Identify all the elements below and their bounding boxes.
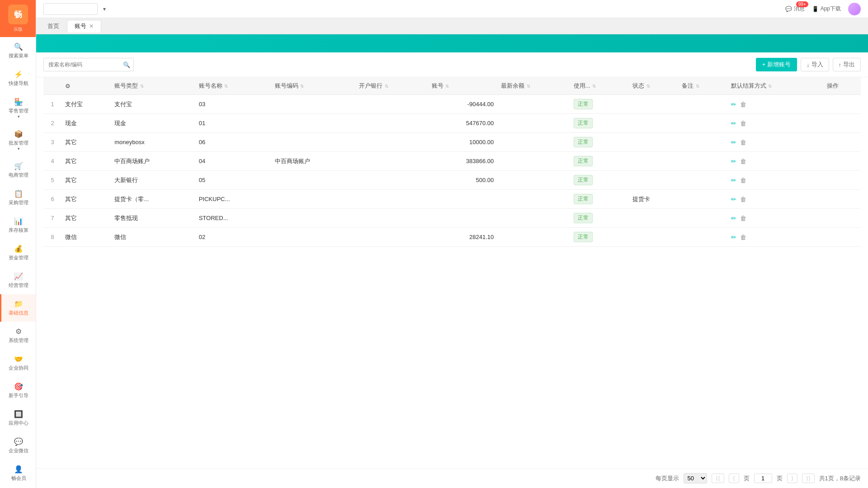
topbar-search-input[interactable] [43, 3, 98, 15]
account-search-input[interactable] [43, 58, 134, 71]
export-button[interactable]: ↑ 导出 [833, 58, 861, 71]
table-row: 2 现金 现金 01 547670.00 正常 ✏ 🗑 [43, 114, 861, 133]
action-btns-1: ✏ 🗑 [731, 120, 820, 127]
col-label-latest_balance: 最新余额 [501, 82, 524, 89]
cell-account-code-6: STORED... [195, 209, 271, 228]
next-page-button[interactable]: ⟩ [787, 474, 797, 483]
col-header-usage[interactable]: 使用... ⇅ [570, 77, 629, 95]
cell-account-name-3: 中百商场账户 [111, 152, 195, 171]
import-button[interactable]: ↓ 导入 [801, 58, 829, 71]
cell-bank-2 [271, 133, 356, 152]
sidebar-icon-enterprise-agreement: 🤝 [14, 355, 23, 363]
status-badge-6: 正常 [574, 213, 593, 223]
sidebar-item-enterprise-wechat[interactable]: 💬 企业微信 [0, 432, 36, 460]
sidebar-item-system-mgmt[interactable]: ⚙ 系统管理 [0, 322, 36, 349]
prev-page-button[interactable]: ⟨ [729, 474, 739, 483]
col-header-default_settlement[interactable]: 默认结算方式 ⇅ [727, 77, 823, 95]
sidebar-item-basic-info[interactable]: 📁 基础信息 [0, 294, 36, 322]
cell-status-5: 正常 [570, 190, 629, 209]
first-page-button[interactable]: ⟨⟨ [712, 474, 724, 483]
col-header-latest_balance[interactable]: 最新余额 ⇅ [497, 77, 570, 95]
tab-home[interactable]: 首页 [40, 20, 67, 33]
delete-button-6[interactable]: 🗑 [740, 215, 746, 222]
sidebar-item-enterprise-agreement[interactable]: 🤝 企业协同 [0, 349, 36, 377]
sidebar-item-quick-nav[interactable]: ⚡ 快捷导航 [0, 65, 36, 92]
col-header-remark[interactable]: 备注 ⇅ [678, 77, 727, 95]
last-page-button[interactable]: ⟩⟩ [802, 474, 815, 483]
cell-action-6: ✏ 🗑 [727, 209, 823, 228]
col-header-settings: ⚙ [61, 77, 111, 95]
edit-button-0[interactable]: ✏ [731, 101, 736, 108]
sidebar-item-member[interactable]: 👤 畅会员 [0, 460, 36, 487]
sidebar-item-ecommerce-mgmt[interactable]: 🛒 电商管理 [0, 156, 36, 184]
cell-bank-1 [271, 114, 356, 133]
col-header-account_code[interactable]: 账号编码 ⇅ [271, 77, 356, 95]
edit-button-2[interactable]: ✏ [731, 139, 736, 146]
sidebar-item-search-menu[interactable]: 🔍 搜索菜单 [0, 37, 36, 65]
sort-icon-remark: ⇅ [694, 84, 699, 89]
add-account-button[interactable]: + 新增账号 [756, 58, 797, 71]
user-avatar[interactable] [848, 3, 861, 15]
delete-button-2[interactable]: 🗑 [740, 139, 746, 146]
col-header-account_name[interactable]: 账号名称 ⇅ [195, 77, 271, 95]
sort-icon-account_no: ⇅ [444, 84, 449, 89]
delete-button-1[interactable]: 🗑 [740, 120, 746, 127]
edit-button-5[interactable]: ✏ [731, 196, 736, 203]
per-page-select[interactable]: 50 100 200 [684, 473, 707, 483]
delete-button-4[interactable]: 🗑 [740, 177, 746, 184]
cell-account-no-1 [355, 114, 428, 133]
sidebar-item-app-center[interactable]: 🔲 应用中心 [0, 404, 36, 432]
tab-bar: 首页 账号 ✕ [36, 18, 868, 34]
sidebar-item-retail-mgmt[interactable]: 🏪 零售管理 ▾ [0, 92, 36, 124]
cell-account-type-0: 支付宝 [61, 95, 111, 114]
delete-button-5[interactable]: 🗑 [740, 196, 746, 203]
status-badge-0: 正常 [574, 99, 593, 109]
edit-button-3[interactable]: ✏ [731, 158, 736, 165]
col-label-account_no: 账号 [432, 82, 443, 89]
cell-remark-5: 提货卡 [629, 190, 678, 209]
col-header-account_type[interactable]: 账号类型 ⇅ [111, 77, 195, 95]
edit-button-1[interactable]: ✏ [731, 120, 736, 127]
cell-account-code-3: 04 [195, 152, 271, 171]
topbar-right: 💬 消息 99+ 📱 App下载 [785, 3, 861, 15]
page-number-input[interactable] [754, 474, 772, 483]
col-header-account_no[interactable]: 账号 ⇅ [428, 77, 498, 95]
message-icon: 💬 [785, 6, 792, 12]
edit-button-6[interactable]: ✏ [731, 215, 736, 222]
cell-index-3: 4 [43, 152, 61, 171]
cell-default-settlement-2 [678, 133, 727, 152]
topbar-dropdown[interactable]: ▾ [103, 6, 106, 12]
sidebar-item-purchase-mgmt[interactable]: 📋 采购管理 [0, 184, 36, 211]
page-content: 🔍 + 新增账号 ↓ 导入 ↑ 导出 ⚙账号类型 ⇅账号名称 ⇅账号编码 ⇅开户… [36, 52, 868, 488]
download-button[interactable]: 📱 App下载 [812, 5, 841, 13]
col-header-status[interactable]: 状态 ⇅ [629, 77, 678, 95]
col-header-bank[interactable]: 开户银行 ⇅ [355, 77, 428, 95]
delete-button-0[interactable]: 🗑 [740, 101, 746, 108]
download-label: App下载 [821, 5, 841, 13]
message-button[interactable]: 💬 消息 99+ [785, 5, 805, 13]
tab-account[interactable]: 账号 ✕ [67, 20, 101, 33]
sidebar-icon-search-menu: 🔍 [14, 42, 23, 51]
sidebar-icon-wholesale-mgmt: 📦 [14, 130, 23, 138]
sidebar-icon-operation-mgmt: 📈 [14, 272, 23, 281]
search-icon[interactable]: 🔍 [123, 61, 130, 68]
sidebar-label-capital-mgmt: 资金管理 [9, 254, 28, 261]
message-badge: 99+ [796, 1, 808, 7]
delete-button-7[interactable]: 🗑 [740, 234, 746, 241]
sidebar-icon-new-guide: 🎯 [14, 382, 23, 391]
sidebar-item-operation-mgmt[interactable]: 📈 经营管理 [0, 267, 36, 294]
sidebar-icon-member: 👤 [14, 465, 23, 474]
edit-button-7[interactable]: ✏ [731, 234, 736, 241]
sidebar-item-new-guide[interactable]: 🎯 新手引导 [0, 377, 36, 404]
cell-default-settlement-5 [678, 190, 727, 209]
table-row: 8 微信 微信 02 28241.10 正常 ✏ 🗑 [43, 228, 861, 247]
sidebar-item-capital-mgmt[interactable]: 💰 资金管理 [0, 239, 36, 267]
delete-button-3[interactable]: 🗑 [740, 158, 746, 165]
cell-status-4: 正常 [570, 171, 629, 190]
col-label-default_settlement: 默认结算方式 [731, 82, 766, 89]
sidebar-item-inventory[interactable]: 📊 库存核算 [0, 211, 36, 239]
sidebar-item-wholesale-mgmt[interactable]: 📦 批发管理 ▾ [0, 124, 36, 156]
export-icon: ↑ [839, 61, 842, 68]
tab-close-account[interactable]: ✕ [89, 23, 94, 29]
edit-button-4[interactable]: ✏ [731, 177, 736, 184]
